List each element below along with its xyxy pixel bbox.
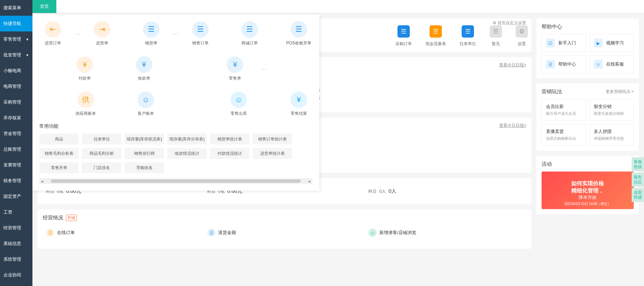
common-btn-sales-rank[interactable]: 销售排行榜 (125, 148, 164, 159)
doc-icon: ☰ (546, 60, 555, 69)
mall-order-icon: ☰ (241, 21, 258, 38)
common-btn-partners[interactable]: 往来单位 (82, 134, 121, 145)
marketing-title: 营销玩法 (542, 88, 562, 95)
purchase-order-icon: ⇤ (45, 21, 61, 38)
sidebar-item-funds[interactable]: 资金管理 (0, 126, 32, 141)
mkt-group[interactable]: 多人拼团拼团购物享受优惠 (589, 124, 634, 146)
biz-title: 经营情况 (43, 215, 63, 221)
common-btn-purchase-stats[interactable]: 进货单统计表 (253, 148, 292, 159)
arrow-left-icon: ‹····· (249, 66, 280, 71)
common-btn-stock-status[interactable]: 现存量(库存状况表) (125, 134, 164, 145)
customer-ledger-icon: ☺ (138, 92, 154, 108)
chevron-down-icon: ▼ (26, 53, 29, 57)
sidebar-item-operation[interactable]: 经营管理 (0, 220, 32, 236)
flow-sales-order[interactable]: ☰销售订单 (187, 21, 214, 46)
common-btn-guide-rank[interactable]: 导购排名 (125, 162, 164, 173)
sidebar-item-invoice[interactable]: 发票管理 (0, 157, 32, 173)
partners-icon: ☰ (462, 25, 474, 38)
activity-card: 活动 如何实现价格 精细化管理， 降本升效 2022年9月23日 14:00（周… (536, 156, 639, 214)
quick-cashflow[interactable]: ☰现金流量表 (425, 25, 446, 47)
flow-supplier-ledger[interactable]: 供供应商账本 (72, 92, 99, 117)
flow-purchase-receipt[interactable]: ⇥进货单 (88, 21, 116, 46)
common-btn-stock-dist[interactable]: 现存量(库存分布表) (167, 134, 207, 145)
flow-retail[interactable]: ¥零售单 (221, 56, 249, 81)
common-btn-retail-open[interactable]: 零售开单 (39, 162, 79, 173)
flow-purchase-order[interactable]: ⇤进货订单 (39, 21, 67, 46)
sidebar-item-quicknav[interactable]: 快捷导航 (0, 16, 32, 31)
daily-report-link[interactable]: 查看今日日报> (499, 123, 526, 128)
float-community[interactable]: 服务社区 (632, 173, 644, 187)
daily-report-link[interactable]: 查看今日日报> (499, 62, 526, 68)
scrollbar-thumb[interactable] (51, 179, 301, 183)
help-center[interactable]: ☰帮助中心 (542, 55, 586, 73)
scroll-right-icon[interactable]: ▸ (307, 179, 312, 184)
common-btn-receipt-stats[interactable]: 收款情况统计 (167, 148, 207, 159)
sidebar-item-ecommerce[interactable]: 电商管理 (0, 79, 32, 94)
activity-title: 活动 (542, 161, 552, 167)
flow-sales-receipt[interactable]: ☰销货单 (138, 21, 165, 46)
float-desktop[interactable]: 桌面快捷 (632, 188, 644, 202)
flow-receipt[interactable]: ¥收款单 (130, 56, 158, 81)
quick-settings[interactable]: ⚙设置 (516, 25, 528, 47)
common-btn-goods-profit[interactable]: 商品毛利分析 (82, 148, 121, 159)
sidebar-item-xiaochang[interactable]: 小畅电商 (0, 63, 32, 79)
horizontal-scrollbar[interactable]: ◂ ▸ (39, 178, 312, 184)
help-service[interactable]: ☺在线客服 (589, 55, 634, 73)
scroll-left-icon[interactable]: ◂ (39, 179, 45, 184)
new-customer-icon: ☺ (368, 229, 377, 237)
sidebar-item-purchase[interactable]: 采购管理 (0, 94, 32, 110)
common-grid: 商品 往来单位 现存量(库存状况表) 现存量(库存分布表) 销货单统计表 销售订… (39, 134, 312, 173)
pos-icon: ☰ (291, 21, 307, 38)
flow-retail-settle[interactable]: ¥零售结算 (285, 92, 312, 117)
quicknav-flyout: ⇤进货订单 ·····› ⇥进货单 ☰销货单 ‹····· ☰销售订单 ☰商城订… (32, 14, 319, 191)
common-btn-sales-profit[interactable]: 销售毛利分析表 (39, 148, 79, 159)
sidebar-item-inventory[interactable]: 库存核算 (0, 110, 32, 126)
tab-home[interactable]: 首页 (32, 0, 56, 13)
sales-order-icon: ☰ (192, 21, 209, 38)
activity-banner[interactable]: 如何实现价格 精细化管理， 降本升效 2022年9月23日 14:00（周五） (542, 172, 634, 209)
float-hotline[interactable]: 客服热线 (632, 157, 644, 171)
sidebar-item-basicinfo[interactable]: 基础信息 (0, 236, 32, 251)
mkt-live[interactable]: 直播卖货场景式购物新玩法 (542, 124, 586, 146)
common-btn-sales-stats[interactable]: 销货单统计表 (210, 134, 249, 145)
flow-pos[interactable]: ☰POS收银开单 (285, 21, 312, 46)
help-video[interactable]: ▶视频学习 (589, 34, 634, 52)
flow-customer-ledger[interactable]: ☺客户账本 (132, 92, 159, 117)
flow-retail-out[interactable]: ☺零售出库 (225, 92, 252, 117)
arrow-right-icon: ·····› (67, 31, 88, 36)
online-order-icon: ☰ (46, 229, 54, 237)
sidebar-item-wholesale[interactable]: 批发管理▼ (0, 47, 32, 63)
sidebar-item-tax[interactable]: 税务管理 (0, 173, 32, 189)
common-btn-salesorder-stats[interactable]: 销售订单统计表 (253, 134, 292, 145)
flow-payment[interactable]: ¥付款单 (71, 56, 98, 81)
common-functions-title: 常用功能 (39, 123, 312, 130)
help-title: 帮助中心 (542, 24, 562, 30)
check-icon: ☑ (546, 39, 555, 47)
common-btn-payment-stats[interactable]: 付款情况统计 (210, 148, 249, 159)
sidebar-item-system[interactable]: 系统管理 (0, 251, 32, 267)
business-card: 经营情况旺铺 ☰在线订单 ☰退货金额 ☺新增潜客/店铺浏览 (38, 209, 531, 249)
sidebar-item-search[interactable]: 搜索菜单 (0, 0, 32, 16)
sidebar-item-retail[interactable]: 零售管理▼ (0, 31, 32, 47)
sidebar-item-assets[interactable]: 固定资产 (0, 189, 32, 204)
sidebar-item-salary[interactable]: 工资 (0, 204, 32, 220)
mkt-fission[interactable]: 裂变分销裂变式发展分销商 (589, 99, 634, 121)
purchase-receipt-icon: ⇥ (94, 21, 110, 38)
arrow-left-icon: ‹····· (165, 31, 187, 36)
help-beginner[interactable]: ☑新手入门 (542, 34, 586, 52)
mkt-member[interactable]: 会员拉新吸引用户成为会员 (542, 99, 586, 121)
common-btn-goods[interactable]: 商品 (39, 134, 79, 145)
float-tabs: 客服热线 服务社区 桌面快捷 (632, 157, 644, 202)
sidebar-item-guide[interactable]: 新手引导 (0, 283, 32, 286)
return-icon: ☰ (207, 229, 215, 237)
quick-partners[interactable]: ☰往来单位 (460, 25, 476, 47)
customize-link[interactable]: ⚙ 首页自定义设置 (493, 20, 526, 26)
quick-none[interactable]: ☰暂无 (490, 25, 502, 47)
quick-purchase-order[interactable]: ☰采购订单 (395, 25, 412, 47)
sidebar-item-enterprise[interactable]: 企业协同 (0, 267, 32, 283)
common-btn-store-rank[interactable]: 门店排名 (82, 162, 121, 173)
marketing-more-link[interactable]: 更多营销玩法 > (606, 89, 634, 95)
sidebar-item-ledger[interactable]: 总账管理 (0, 141, 32, 157)
payment-icon: ¥ (76, 56, 93, 73)
flow-mall-order[interactable]: ☰商城订单 (236, 21, 263, 46)
